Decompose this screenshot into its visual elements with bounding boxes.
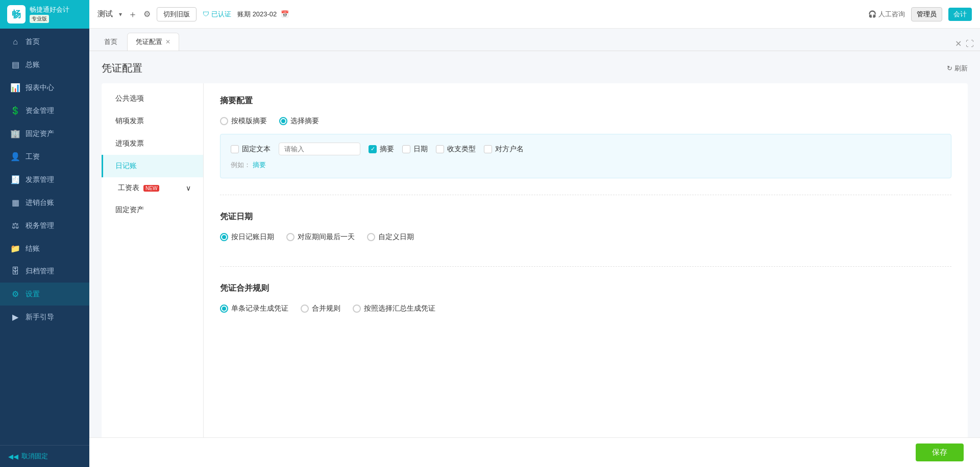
radio-single-record[interactable]: 单条记录生成凭证: [220, 304, 288, 313]
sidebar-item-assets[interactable]: 🏢 固定资产: [0, 122, 89, 145]
closing-icon: 📁: [10, 244, 20, 253]
sidebar-item-purchase[interactable]: ▦ 进销台账: [0, 191, 89, 214]
sidebar-logo-text: 畅捷通好会计 专业版: [30, 6, 69, 24]
sidebar-nav: ⌂ 首页 ▤ 总账 📊 报表中心 💲 资金管理 🏢 固定资产 👤 工资 🧾 发票…: [0, 29, 89, 445]
calendar-icon[interactable]: 📅: [281, 10, 289, 18]
verified-badge: 🛡 已认证: [203, 10, 231, 19]
payroll-icon: 👤: [10, 152, 20, 161]
summary-config-box: 固定文本 ✓ 摘要 日期: [220, 134, 951, 178]
service-btn[interactable]: 🎧 人工咨询: [868, 10, 905, 19]
guide-icon: ▶: [10, 312, 20, 322]
expand-icon[interactable]: ⛶: [966, 39, 974, 49]
topbar: 测试 ▾ ＋ ⚙ 切到旧版 🛡 已认证 账期 2023-02 📅 🎧 人工咨询 …: [89, 0, 980, 29]
section-summary-title: 摘要配置: [220, 96, 951, 106]
capital-icon: 💲: [10, 106, 20, 115]
reports-icon: 📊: [10, 83, 20, 92]
sidebar-item-home[interactable]: ⌂ 首页: [0, 31, 89, 53]
sidebar-item-guide[interactable]: ▶ 新手引导: [0, 306, 89, 329]
home-icon: ⌂: [10, 37, 20, 46]
radio-circle-select: [279, 117, 287, 125]
sidebar-item-settings[interactable]: ⚙ 设置: [0, 283, 89, 306]
checkbox-date-box: [402, 145, 410, 153]
checkbox-summary-box: ✓: [369, 145, 377, 153]
tax-icon: ⚖: [10, 221, 20, 230]
radio-select-summary[interactable]: 选择摘要: [279, 116, 319, 126]
summary-options-row: 固定文本 ✓ 摘要 日期: [231, 143, 941, 155]
sidebar-item-tax[interactable]: ⚖ 税务管理: [0, 214, 89, 237]
project-dropdown[interactable]: ▾: [119, 11, 122, 18]
tab-close-icon[interactable]: ✕: [165, 38, 170, 45]
summary-radio-group: 按模版摘要 选择摘要: [220, 116, 951, 126]
refresh-btn[interactable]: ↻ 刷新: [947, 64, 968, 73]
left-nav-purchase-invoice[interactable]: 进项发票: [102, 132, 203, 155]
radio-summary-generate[interactable]: 按照选择汇总生成凭证: [353, 304, 435, 313]
app-icon: 畅: [7, 5, 26, 24]
pin-icon: ◀◀: [8, 453, 18, 460]
left-nav-payroll[interactable]: 工资表 NEW ∨: [102, 177, 203, 199]
main-content: 凭证配置 ↻ 刷新 公共选项 销项发票 进项发票 日记账: [89, 51, 980, 467]
page-header: 凭证配置 ↻ 刷新: [102, 61, 968, 75]
checkbox-fixed-text[interactable]: 固定文本: [231, 145, 271, 154]
radio-period-last-day[interactable]: 对应期间最后一天: [286, 232, 355, 242]
archive-icon: 🗄: [10, 267, 20, 276]
section-date: 凭证日期 按日记账日期 对应期间最后一天 自定义日期: [220, 212, 951, 267]
expand-arrow-icon: ∨: [186, 184, 191, 192]
checkbox-payment-type[interactable]: 收支类型: [436, 145, 476, 154]
tab-voucher-config[interactable]: 凭证配置 ✕: [127, 33, 179, 51]
left-nav-sales-invoice[interactable]: 销项发票: [102, 110, 203, 132]
merge-radio-group: 单条记录生成凭证 合并规则 按照选择汇总生成凭证: [220, 304, 951, 313]
radio-journal-date[interactable]: 按日记账日期: [220, 232, 274, 242]
sidebar-item-closing[interactable]: 📁 结账: [0, 237, 89, 260]
save-button[interactable]: 保存: [916, 443, 964, 461]
checkbox-date[interactable]: 日期: [402, 145, 428, 154]
left-nav-journal[interactable]: 日记账: [102, 155, 203, 177]
content-scroll-area[interactable]: 凭证配置 ↻ 刷新 公共选项 销项发票 进项发票 日记账: [89, 51, 980, 467]
purchase-icon: ▦: [10, 198, 20, 207]
refresh-icon: ↻: [947, 64, 952, 72]
right-content: 摘要配置 按模版摘要 选择摘要: [204, 83, 968, 441]
save-bar: 保存: [89, 437, 980, 467]
headset-icon: 🎧: [868, 10, 876, 18]
ledger-icon: ▤: [10, 60, 20, 69]
admin-btn[interactable]: 管理员: [911, 7, 942, 21]
sidebar-item-archive[interactable]: 🗄 归档管理: [0, 260, 89, 283]
content-layout: 公共选项 销项发票 进项发票 日记账 工资表 NEW ∨: [102, 83, 968, 441]
sidebar-item-ledger[interactable]: ▤ 总账: [0, 53, 89, 76]
page-title-text: 凭证配置: [102, 61, 142, 75]
radio-custom-date[interactable]: 自定义日期: [367, 232, 414, 242]
project-name: 测试: [97, 9, 113, 19]
radio-merge-rules[interactable]: 合并规则: [301, 304, 340, 313]
checkbox-counterpart[interactable]: 对方户名: [484, 145, 524, 154]
radio-circle-custom-date: [367, 233, 375, 241]
section-summary: 摘要配置 按模版摘要 选择摘要: [220, 96, 951, 195]
checkbox-summary[interactable]: ✓ 摘要: [369, 145, 394, 154]
checkbox-counterpart-box: [484, 145, 492, 153]
sidebar-item-capital[interactable]: 💲 资金管理: [0, 99, 89, 122]
settings-gear-icon[interactable]: ⚙: [143, 9, 151, 19]
left-nav-fixed-assets[interactable]: 固定资产: [102, 199, 203, 221]
tab-home[interactable]: 首页: [95, 33, 126, 51]
period-label: 账期 2023-02 📅: [237, 10, 289, 19]
sidebar-item-reports[interactable]: 📊 报表中心: [0, 76, 89, 99]
radio-template-summary[interactable]: 按模版摘要: [220, 116, 267, 126]
sidebar-item-invoice[interactable]: 🧾 发票管理: [0, 168, 89, 191]
add-project-btn[interactable]: ＋: [128, 8, 137, 20]
left-nav: 公共选项 销项发票 进项发票 日记账 工资表 NEW ∨: [102, 83, 204, 441]
section-merge-title: 凭证合并规则: [220, 283, 951, 294]
sidebar-item-payroll[interactable]: 👤 工资: [0, 145, 89, 168]
sidebar-pin-toggle[interactable]: ◀◀ 取消固定: [0, 445, 89, 467]
radio-circle-summary-gen: [353, 305, 361, 313]
invoice-icon: 🧾: [10, 175, 20, 184]
left-nav-public[interactable]: 公共选项: [102, 87, 203, 110]
sidebar-logo: 畅 畅捷通好会计 专业版: [0, 0, 89, 29]
radio-circle-single: [220, 305, 228, 313]
shield-icon: 🛡: [203, 10, 209, 18]
tabbar: 首页 凭证配置 ✕ ✕ ⛶: [89, 29, 980, 51]
accountant-btn[interactable]: 会计: [948, 8, 972, 21]
switch-old-btn[interactable]: 切到旧版: [157, 7, 197, 21]
close-window-icon[interactable]: ✕: [955, 39, 962, 49]
fixed-text-input[interactable]: [279, 143, 360, 155]
tabbar-controls: ✕ ⛶: [955, 39, 974, 51]
checkbox-fixed-text-box: [231, 145, 239, 153]
date-radio-group: 按日记账日期 对应期间最后一天 自定义日期: [220, 232, 951, 242]
